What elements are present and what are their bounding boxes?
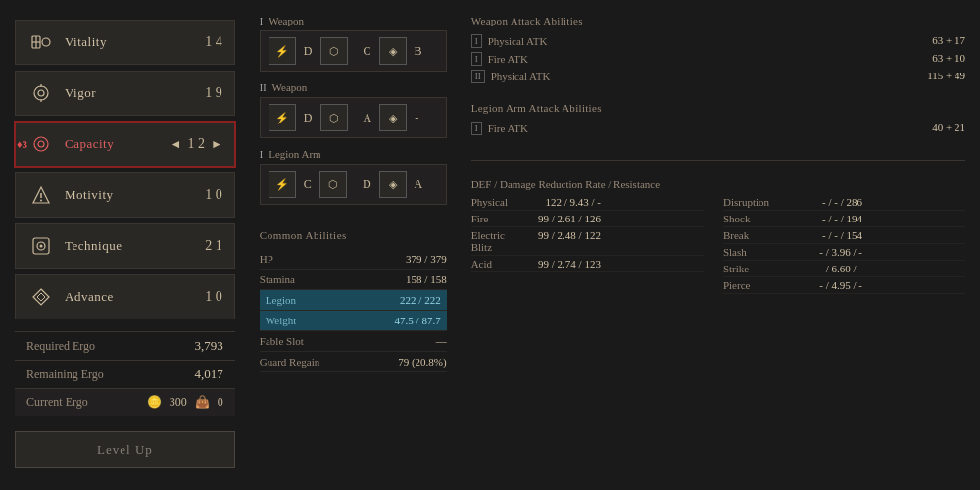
capacity-increase-btn[interactable]: ► [211,137,222,152]
def-strike-name: Strike [723,263,769,274]
ability-guard-value: 79 (20.8%) [398,356,447,368]
slot-icon-4: ⚡ [269,104,296,131]
ergo-bag-icon: 👜 [195,395,210,410]
weapon-1-label: I Weapon [260,15,447,26]
legion-atk-value-1: 40 + 21 [932,122,965,135]
weapon-attack-title: Weapon Attack Abilities [471,15,965,26]
def-slash: Slash - / 3.96 / - [723,244,965,261]
atk-label-2: I Fire ATK [471,52,528,66]
stat-left-technique: Technique [27,232,122,260]
slot-icon-1: ⚡ [269,37,296,65]
ability-weight: Weight 47.5 / 87.7 [260,311,447,331]
stat-left-capacity: Capacity [27,130,114,158]
def-pierce: Pierce - / 4.95 / - [723,277,965,294]
technique-value: 2 1 [205,238,222,254]
ability-weight-value: 47.5 / 87.7 [395,315,441,326]
stat-row-capacity[interactable]: Capacity ◄ 1 2 ► [15,122,235,167]
roman-badge-2: I [471,52,482,66]
remaining-ergo-row: Remaining Ergo 4,017 [15,360,235,388]
technique-icon [27,232,55,260]
weapon-2-slots[interactable]: ⚡ D ⬡ A ◈ - [260,97,447,138]
advance-value: 1 0 [205,289,222,305]
stat-row-motivity[interactable]: Motivity 1 0 [15,172,235,218]
legion-roman-badge-1: I [471,122,482,135]
remaining-ergo-label: Remaining Ergo [26,368,104,382]
weapon-1-slots[interactable]: ⚡ D ⬡ C ◈ B [260,30,447,72]
weapon-3-roman: I [260,149,263,160]
def-disruption: Disruption - / - / 286 [723,194,965,211]
vigor-label: Vigor [65,85,96,101]
svg-point-4 [34,86,48,100]
legion-attack-section: Legion Arm Attack Abilities I Fire ATK 4… [471,102,965,137]
ability-stamina: Stamina 158 / 158 [260,270,447,290]
def-disruption-name: Disruption [723,196,769,208]
def-acid-name: Acid [471,258,508,270]
vigor-icon [27,79,55,107]
slot-icon-7: ⚡ [269,171,296,198]
weapon-section-3: I Legion Arm ⚡ C ⬡ D ◈ A [260,148,447,205]
required-ergo-value: 3,793 [195,338,223,354]
atk-value-2: 63 + 10 [932,52,965,66]
capacity-value: ◄ 1 2 ► [171,136,222,152]
capacity-decrease-btn[interactable]: ◄ [171,137,182,152]
slot-grade-d2: D [304,111,313,125]
slot-icon-5: ⬡ [320,104,348,131]
def-slash-v: - / 3.96 / - [769,246,867,258]
capacity-icon [27,130,55,158]
right-panel: Weapon Attack Abilities I Physical ATK 6… [457,0,980,490]
slot-icon-2: ⬡ [320,37,348,65]
def-break-name: Break [723,229,769,241]
def-table-right: Disruption - / - / 286 Shock - / - / 194… [723,194,965,294]
middle-panel: I Weapon ⚡ D ⬡ C ◈ B II Weapon ⚡ D ⬡ A ◈… [250,0,457,490]
current-ergo-val2: 0 [218,395,223,410]
weapon-1-roman: I [260,16,263,26]
def-pierce-name: Pierce [723,279,769,291]
def-electric-name: Electric Blitz [471,229,508,253]
slot-grade-c3: C [304,177,312,192]
svg-point-3 [42,38,50,46]
slot-icon-8: ⬡ [319,171,347,198]
vigor-value: 1 9 [205,85,222,101]
def-acid-v1: 99 / 2.74 / 123 [508,258,606,270]
slot-grade-d1: D [304,44,313,59]
ability-guard-label: Guard Regain [260,356,319,368]
ability-hp-label: HP [260,253,273,265]
def-disruption-v: - / - / 286 [769,196,867,208]
left-panel: Vitality 1 4 Vigor 1 9 ♦3 [0,0,250,490]
stat-row-technique[interactable]: Technique 2 1 [15,223,235,269]
atk-row-1: I Physical ATK 63 + 17 [471,32,965,50]
stat-left-motivity: Motivity [27,181,114,209]
required-ergo-label: Required Ergo [26,339,95,354]
ergo-section: Required Ergo 3,793 Remaining Ergo 4,017… [15,331,235,416]
def-break-v: - / - / 154 [769,229,867,241]
weapon-3-label: I Legion Arm [260,148,447,160]
def-strike: Strike - / 6.60 / - [723,261,965,277]
def-tables: Physical 122 / 9.43 / - Fire 99 / 2.61 /… [471,194,965,294]
stat-row-vigor[interactable]: Vigor 1 9 [15,71,235,116]
def-shock: Shock - / - / 194 [723,211,965,227]
common-abilities-section: Common Abilities HP 379 / 379 Stamina 15… [260,229,447,372]
stat-left-vitality: Vitality [27,28,107,56]
required-ergo-row: Required Ergo 3,793 [15,331,235,360]
current-ergo-val1: 300 [170,395,187,410]
motivity-label: Motivity [65,187,114,203]
def-electric: Electric Blitz 99 / 2.48 / 122 [471,227,704,256]
stat-row-advance[interactable]: Advance 1 0 [15,274,235,319]
legion-attack-title: Legion Arm Attack Abilities [471,102,965,114]
current-ergo-icons: 🪙 300 👜 0 [147,395,223,410]
weapon-3-slots[interactable]: ⚡ C ⬡ D ◈ A [260,164,447,205]
def-shock-name: Shock [723,213,769,224]
weapon-3-name: Legion Arm [269,148,320,160]
weapon-section-1: I Weapon ⚡ D ⬡ C ◈ B [260,15,447,72]
level-up-button[interactable]: Level Up [15,431,235,468]
def-section: DEF / Damage Reduction Rate / Resistance… [471,178,965,294]
slot-icon-9: ◈ [379,171,407,198]
ability-guard: Guard Regain 79 (20.8%) [260,352,447,372]
slot-grade-c1: C [364,44,371,59]
ability-fable: Fable Slot — [260,331,447,352]
weapon-2-name: Weapon [272,81,308,93]
stat-row-vitality[interactable]: Vitality 1 4 [15,20,235,65]
def-strike-v: - / 6.60 / - [769,263,867,274]
def-title: DEF / Damage Reduction Rate / Resistance [471,178,965,190]
capacity-wrapper: ♦3 Capacity ◄ 1 2 ► [15,122,235,167]
